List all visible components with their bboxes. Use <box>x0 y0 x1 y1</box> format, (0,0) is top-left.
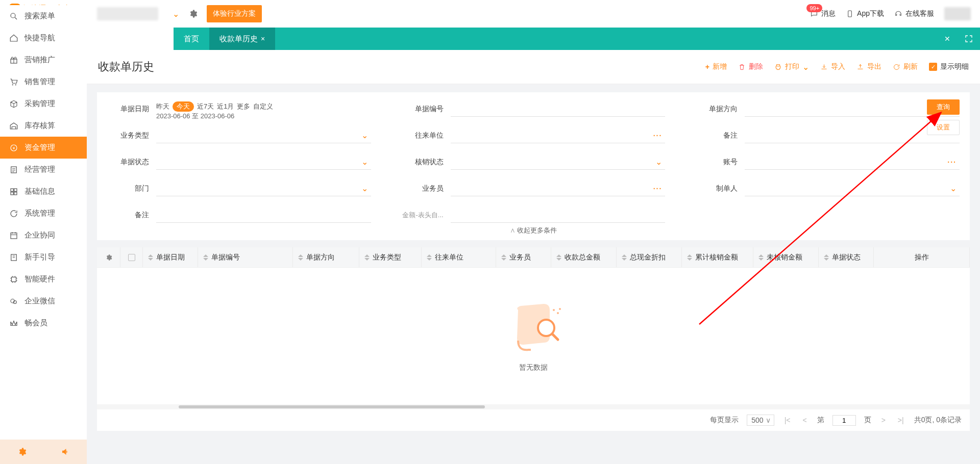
sidebar-item-9[interactable]: 系统管理 <box>0 202 87 224</box>
date-pill[interactable]: 今天 <box>173 101 194 112</box>
sidebar-item-label: 快捷导航 <box>24 33 55 43</box>
sort-icon <box>364 254 370 261</box>
tab-fullscreen-icon[interactable] <box>958 28 980 50</box>
field-account: 账号 ··· <box>696 154 960 170</box>
pager-prev[interactable]: < <box>800 416 808 424</box>
th-col-3[interactable]: 业务类型 <box>359 247 422 267</box>
date-pill[interactable]: 近1月 <box>217 102 234 111</box>
tool-show-detail[interactable]: 显示明细 <box>929 62 969 71</box>
th-col-7[interactable]: 总现金折扣 <box>617 247 682 267</box>
th-gear[interactable] <box>97 247 120 267</box>
creator-select[interactable]: ⌄ <box>745 181 960 196</box>
field-remark: 备注 <box>696 128 960 143</box>
sidebar-item-4[interactable]: 采购管理 <box>0 93 87 115</box>
pager-last[interactable]: >| <box>896 416 906 424</box>
date-pill[interactable]: 近7天 <box>197 102 214 111</box>
sidebar-item-0[interactable]: 搜索菜单 <box>0 5 87 27</box>
tool-add[interactable]: + 新增 <box>705 62 727 71</box>
th-col-0[interactable]: 单据日期 <box>143 247 198 267</box>
online-service[interactable]: 在线客服 <box>894 9 934 18</box>
collapse-filters[interactable]: 收起更多条件 <box>107 223 960 240</box>
sidebar-item-7[interactable]: 经营管理 <box>0 159 87 181</box>
more-icon: ··· <box>653 185 663 193</box>
sidebar-item-3[interactable]: 销售管理 <box>0 71 87 93</box>
svg-rect-11 <box>11 192 13 194</box>
remark2-input[interactable] <box>156 208 371 223</box>
report-icon <box>9 165 18 174</box>
sidebar-item-13[interactable]: 企业微信 <box>0 290 87 312</box>
amount-header-input[interactable] <box>451 208 666 223</box>
app-download[interactable]: App下载 <box>846 9 884 18</box>
th-col-6[interactable]: 收款总金额 <box>551 247 617 267</box>
tool-refresh-label: 刷新 <box>903 62 918 71</box>
sidebar-item-11[interactable]: 新手引导 <box>0 246 87 268</box>
account-picker[interactable]: ··· <box>745 154 960 170</box>
page-input[interactable] <box>832 415 856 426</box>
chevron-down-icon: ⌄ <box>361 184 368 193</box>
horizontal-scrollbar[interactable] <box>97 404 970 409</box>
pager-first[interactable]: |< <box>782 416 793 424</box>
dept-select[interactable]: ⌄ <box>156 181 371 196</box>
tool-delete-label: 删除 <box>749 62 763 71</box>
org-selector[interactable]: ⌄ <box>97 7 179 20</box>
per-page-select[interactable]: 500 <box>747 415 774 426</box>
chevron-down-icon: ⌄ <box>950 184 957 193</box>
tool-print-label: 打印 <box>785 62 799 71</box>
sidebar-item-1[interactable]: 快捷导航 <box>0 27 87 49</box>
settings-icon[interactable] <box>188 9 198 18</box>
field-biz-type: 业务类型 ⌄ <box>107 128 371 143</box>
biz-type-select[interactable]: ⌄ <box>156 128 371 143</box>
home-icon <box>9 34 18 43</box>
tool-refresh[interactable]: 刷新 <box>893 62 918 71</box>
th-col-8[interactable]: 累计核销金额 <box>682 247 753 267</box>
scrollbar-thumb[interactable] <box>179 405 485 408</box>
query-button[interactable]: 查询 <box>927 99 960 115</box>
th-col-1[interactable]: 单据编号 <box>198 247 293 267</box>
partner-picker[interactable]: ··· <box>451 128 666 143</box>
doc-status-select[interactable]: ⌄ <box>156 154 371 170</box>
tool-print[interactable]: 打印 ⌄ <box>774 62 809 72</box>
cycle-icon <box>9 209 18 218</box>
footer-sound-icon[interactable] <box>61 447 70 456</box>
date-pill[interactable]: 更多 <box>237 102 250 111</box>
operator-picker[interactable]: ··· <box>451 181 666 196</box>
sidebar-item-2[interactable]: 营销推广 <box>0 49 87 71</box>
verify-status-select[interactable]: ⌄ <box>451 154 666 170</box>
sidebar-item-6[interactable]: ¥资金管理 <box>0 137 87 159</box>
wechat-icon <box>9 297 18 306</box>
tab-close-all[interactable]: ✕ <box>937 28 958 50</box>
sidebar-item-8[interactable]: 基础信息 <box>0 181 87 202</box>
experience-plan-button[interactable]: 体验行业方案 <box>207 5 262 22</box>
th-col-9[interactable]: 未核销金额 <box>753 247 819 267</box>
tool-delete[interactable]: 删除 <box>738 62 763 71</box>
tab-1[interactable]: 收款单历史× <box>209 28 275 50</box>
th-col-5[interactable]: 业务员 <box>496 247 551 267</box>
pager-next[interactable]: > <box>879 416 888 424</box>
date-range-text: 2023-06-06 至 2023-06-06 <box>156 112 368 121</box>
sidebar-item-5[interactable]: 库存核算 <box>0 115 87 137</box>
tool-import[interactable]: 导入 <box>820 62 845 71</box>
tool-export[interactable]: 导出 <box>856 62 881 71</box>
th-col-4[interactable]: 往来单位 <box>422 247 496 267</box>
close-icon[interactable]: × <box>261 35 265 43</box>
date-pill[interactable]: 昨天 <box>156 102 169 111</box>
th-checkbox[interactable] <box>120 247 143 267</box>
sidebar-item-10[interactable]: 企业协同 <box>0 224 87 246</box>
sort-icon <box>622 254 627 261</box>
app-download-label: App下载 <box>857 9 884 18</box>
sidebar-item-12[interactable]: 智能硬件 <box>0 268 87 290</box>
sidebar-item-14[interactable]: 畅会员 <box>0 312 87 334</box>
user-avatar-redacted[interactable] <box>944 7 971 20</box>
gift-icon <box>9 56 18 65</box>
doc-no-input[interactable] <box>451 101 666 117</box>
filter-settings-button[interactable]: 设置 <box>927 120 960 135</box>
tab-0[interactable]: 首页 <box>174 28 209 50</box>
messages[interactable]: 99+ 消息 <box>810 9 836 18</box>
th-col-2[interactable]: 单据方向 <box>293 247 359 267</box>
footer-gear-icon[interactable] <box>17 447 27 456</box>
messages-label: 消息 <box>821 9 836 18</box>
sidebar-item-label: 基础信息 <box>24 187 55 196</box>
date-pill[interactable]: 自定义 <box>253 102 273 111</box>
guide-icon <box>9 253 18 262</box>
th-col-10[interactable]: 单据状态 <box>819 247 874 267</box>
